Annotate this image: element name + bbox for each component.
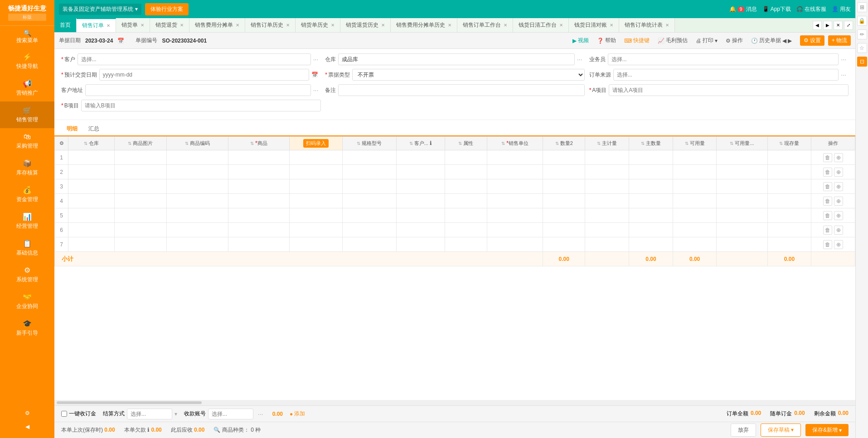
col-attr-header[interactable]: ⇅ 属性 <box>445 137 487 150</box>
tab-sales-history[interactable]: 销售订单历史 ✕ <box>245 18 296 33</box>
row-cust[interactable] <box>396 194 445 208</box>
col-gear-header[interactable]: ⚙ <box>55 137 68 150</box>
row-cust[interactable] <box>396 150 445 165</box>
row-copy-btn[interactable]: ⊕ <box>834 182 843 191</box>
tab-close[interactable]: ✕ <box>331 23 335 28</box>
col-avail-header[interactable]: ⇅ 可用量 <box>673 137 717 150</box>
row-spec[interactable] <box>342 179 396 194</box>
order-source-input[interactable] <box>613 69 839 81</box>
row-qty2[interactable] <box>543 237 585 252</box>
save-new-button[interactable]: 保存&新增 ▾ <box>805 424 849 436</box>
salesperson-input[interactable] <box>608 53 839 65</box>
row-main-qty[interactable] <box>629 150 673 165</box>
address-more-btn[interactable]: ··· <box>311 87 321 94</box>
sidebar-item-sales[interactable]: 🛒 销售管理 <box>0 101 54 128</box>
tab-sales-stats[interactable]: 销售订单统计表 ✕ <box>619 18 675 33</box>
horizontal-scrollbar[interactable] <box>57 401 202 404</box>
col-code-header[interactable]: ⇅ 商品编码 <box>166 137 228 150</box>
row-main-unit[interactable] <box>585 223 629 237</box>
col-cust-header[interactable]: ⇅ 客户... ℹ <box>396 137 445 150</box>
row-warehouse[interactable] <box>68 179 115 194</box>
invoice-type-select[interactable]: 不开票 增值税普通发票 增值税专用发票 <box>352 69 585 81</box>
add-account-btn[interactable]: ● 添加 <box>290 410 305 418</box>
tab-close[interactable]: ✕ <box>180 23 184 28</box>
tab-close[interactable]: ✕ <box>381 23 385 28</box>
order-source-more-btn[interactable]: ··· <box>839 71 849 78</box>
receipt-account-input[interactable] <box>208 409 253 419</box>
row-main-qty[interactable] <box>629 208 673 223</box>
row-delete-btn[interactable]: 🗑 <box>823 226 832 235</box>
row-copy-btn[interactable]: ⊕ <box>834 153 843 162</box>
tab-close[interactable]: ✕ <box>665 23 669 28</box>
tab-sales-cost[interactable]: 销售费用分摊单 ✕ <box>189 18 245 33</box>
sidebar-collapse-btn[interactable]: ◀ <box>0 420 54 433</box>
tab-close[interactable]: ✕ <box>610 23 613 28</box>
row-code[interactable] <box>166 194 228 208</box>
sidebar-item-system[interactable]: ⚙ 系统管理 <box>0 261 54 288</box>
row-attr[interactable] <box>445 237 487 252</box>
row-qty2[interactable] <box>543 150 585 165</box>
tab-summary[interactable]: 汇总 <box>83 122 105 135</box>
row-unit[interactable] <box>487 179 543 194</box>
row-qty2[interactable] <box>543 165 585 179</box>
sidebar-settings-btn[interactable]: ⚙ <box>0 406 54 420</box>
row-spec[interactable] <box>342 150 396 165</box>
sidebar-item-operations[interactable]: 📊 经营管理 <box>0 208 54 235</box>
tab-daily-workbench[interactable]: 钱货日清工作台 ✕ <box>513 18 569 33</box>
discard-button[interactable]: 放弃 <box>731 424 756 437</box>
tab-home[interactable]: 首页 <box>54 18 77 33</box>
tab-daily-reconcile[interactable]: 钱货日清对账 ✕ <box>569 18 619 33</box>
row-attr[interactable] <box>445 223 487 237</box>
view-btn[interactable]: ▶ 视频 <box>570 36 591 45</box>
row-goods[interactable] <box>228 194 290 208</box>
shortcut-btn[interactable]: ⌨ 快捷键 <box>622 36 652 45</box>
salesperson-more-btn[interactable]: ··· <box>839 56 849 63</box>
row-attr[interactable] <box>445 150 487 165</box>
history-btn[interactable]: 🕐 历史单据 ◀ ▶ <box>749 36 794 45</box>
right-panel-btn-1[interactable]: ⊞ <box>857 2 867 12</box>
calendar-field-icon[interactable]: 📅 <box>309 72 320 78</box>
row-main-qty[interactable] <box>629 223 673 237</box>
col-goods-header[interactable]: ⇅ *商品 <box>228 137 290 150</box>
row-spec[interactable] <box>342 237 396 252</box>
sidebar-item-guide[interactable]: 🎓 新手引导 <box>0 315 54 342</box>
row-main-unit[interactable] <box>585 165 629 179</box>
expected-date-input[interactable] <box>99 69 310 81</box>
save-draft-button[interactable]: 保存草稿 ▾ <box>761 424 801 437</box>
row-code[interactable] <box>166 150 228 165</box>
sidebar-item-basic[interactable]: 📋 基础信息 <box>0 235 54 261</box>
row-copy-btn[interactable]: ⊕ <box>834 197 843 206</box>
tab-invoice-history[interactable]: 销货单历史 ✕ <box>296 18 340 33</box>
col-warehouse-header[interactable]: ⇅ 仓库 <box>68 137 115 150</box>
tab-close[interactable]: ✕ <box>504 23 507 28</box>
col-spec-header[interactable]: ⇅ 规格型号 <box>342 137 396 150</box>
sidebar-item-marketing[interactable]: 📢 营销推广 <box>0 75 54 101</box>
row-delete-btn[interactable]: 🗑 <box>823 153 832 162</box>
tab-close[interactable]: ✕ <box>559 23 563 28</box>
tab-cost-history[interactable]: 销售费用分摊单历史 ✕ <box>391 18 457 33</box>
tab-close[interactable]: ✕ <box>286 23 290 28</box>
settings-top-btn[interactable]: ⚙ 设置 <box>800 35 824 46</box>
col-scan-header[interactable]: 扫码录入 <box>290 137 343 150</box>
notification-bell[interactable]: 🔔 9 消息 <box>729 5 757 13</box>
tab-close[interactable]: ✕ <box>448 23 451 28</box>
right-panel-btn-2[interactable]: 🔒 <box>857 16 867 26</box>
customer-more-btn[interactable]: ··· <box>311 56 321 63</box>
row-delete-btn[interactable]: 🗑 <box>823 168 832 177</box>
row-goods[interactable] <box>228 223 290 237</box>
calendar-icon[interactable]: 📅 <box>117 38 124 44</box>
tab-sales-return[interactable]: 销货退货 ✕ <box>150 18 189 33</box>
solution-button[interactable]: 体验行业方案 <box>145 3 189 15</box>
row-goods[interactable] <box>228 165 290 179</box>
row-main-unit[interactable] <box>585 208 629 223</box>
row-cust[interactable] <box>396 179 445 194</box>
help-btn[interactable]: ❓ 帮助 <box>595 36 618 45</box>
tab-next-btn[interactable]: ▶ <box>823 21 832 30</box>
sidebar-item-finance[interactable]: 💰 资金管理 <box>0 181 54 208</box>
tab-close[interactable]: ✕ <box>236 23 239 28</box>
warehouse-input[interactable] <box>338 53 575 65</box>
col-qty2-header[interactable]: ⇅ 数量2 <box>543 137 585 150</box>
print-btn[interactable]: 🖨 打印 ▾ <box>693 36 720 45</box>
app-download-btn[interactable]: 📱 App下载 <box>762 5 791 13</box>
logistics-add-btn[interactable]: + 物流 <box>828 35 851 46</box>
